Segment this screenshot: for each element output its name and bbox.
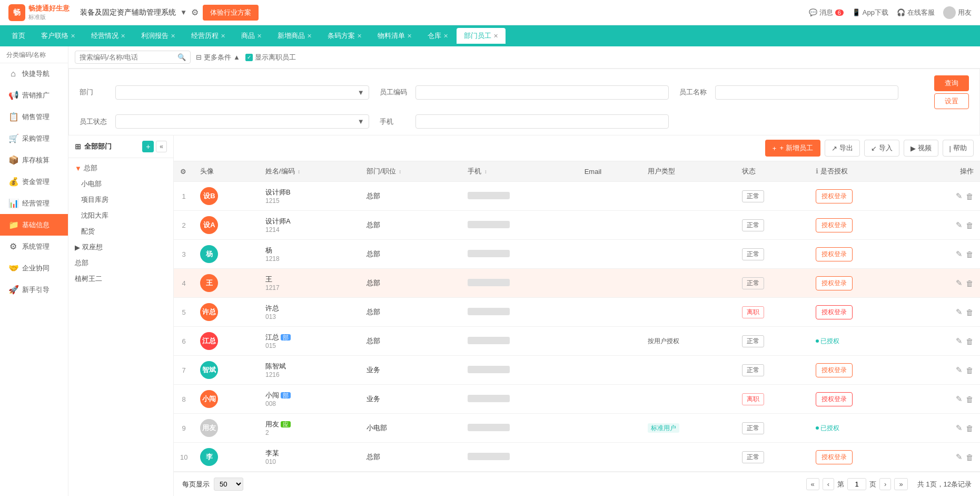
page-size-select[interactable]: 50 100 <box>214 478 243 491</box>
export-button[interactable]: ↗ 导出 <box>825 140 860 157</box>
settings-col-icon[interactable]: ⚙ <box>180 168 186 176</box>
search-submit-icon[interactable]: 🔍 <box>177 53 186 61</box>
close-tab-bom[interactable]: ✕ <box>407 33 412 40</box>
empname-filter-input[interactable] <box>715 85 898 100</box>
set-button[interactable]: 设置 <box>934 93 969 109</box>
close-tab-department[interactable]: ✕ <box>493 33 498 40</box>
edit-icon[interactable]: ✎ <box>956 191 963 201</box>
prev-page-button[interactable]: ‹ <box>823 478 834 490</box>
tab-barcode[interactable]: 条码方案 ✕ <box>320 28 369 44</box>
dept-collapse-button[interactable]: « <box>156 141 167 152</box>
close-tab-new-goods[interactable]: ✕ <box>307 33 312 40</box>
close-tab-warehouse[interactable]: ✕ <box>443 33 448 40</box>
auth-button[interactable]: 授权登录 <box>816 392 853 406</box>
dept-node-shenyang[interactable]: 沈阳大库 <box>68 208 173 223</box>
dept-node-project[interactable]: 项目库房 <box>68 192 173 208</box>
delete-icon[interactable]: 🗑 <box>966 279 974 288</box>
phone-filter-input[interactable] <box>415 114 669 129</box>
search-input[interactable] <box>80 53 174 61</box>
sidebar-item-guide[interactable]: 🚀 新手引导 <box>0 279 68 300</box>
edit-icon[interactable]: ✎ <box>956 423 963 433</box>
tab-goods[interactable]: 商品 ✕ <box>234 28 269 44</box>
sidebar-item-cooperation[interactable]: 🤝 企业协同 <box>0 257 68 279</box>
edit-icon[interactable]: ✎ <box>956 394 963 404</box>
dept-node-shuangzuo[interactable]: ▶ 双座想 <box>68 239 173 255</box>
online-service-button[interactable]: 🎧 在线客服 <box>897 8 935 17</box>
more-conditions-button[interactable]: ⊟ 更多条件 ▲ <box>196 53 240 62</box>
sidebar-item-finance[interactable]: 💰 资金管理 <box>0 171 68 192</box>
help-button[interactable]: | 帮助 <box>943 140 974 157</box>
close-tab-journey[interactable]: ✕ <box>221 33 225 40</box>
tab-new-goods[interactable]: 新增商品 ✕ <box>270 28 319 44</box>
auth-button[interactable]: 授权登录 <box>816 189 853 203</box>
close-tab-profit[interactable]: ✕ <box>171 33 175 40</box>
delete-icon[interactable]: 🗑 <box>966 453 974 462</box>
delete-icon[interactable]: 🗑 <box>966 221 974 230</box>
dept-node-zonbu-parent[interactable]: ▼ 总部 <box>68 160 173 176</box>
auth-button[interactable]: 授权登录 <box>816 450 853 464</box>
dept-add-button[interactable]: + <box>142 141 154 152</box>
auth-button[interactable]: 授权登录 <box>816 305 853 319</box>
delete-icon[interactable]: 🗑 <box>966 250 974 259</box>
sidebar-item-operation[interactable]: 📊 经营管理 <box>0 192 68 214</box>
show-resigned-toggle[interactable]: ✓ 显示离职员工 <box>245 53 296 62</box>
status-filter-select[interactable]: ▼ <box>115 114 369 129</box>
sidebar-item-inventory[interactable]: 📦 库存核算 <box>0 149 68 171</box>
search-button[interactable]: 查询 <box>934 75 969 91</box>
sort-dept-icon[interactable]: ↕ <box>399 169 401 174</box>
last-page-button[interactable]: » <box>894 478 907 490</box>
sidebar-item-purchase[interactable]: 🛒 采购管理 <box>0 128 68 149</box>
dept-node-zonbu[interactable]: 总部 <box>68 255 173 271</box>
tab-home[interactable]: 首页 <box>4 28 33 44</box>
tab-warehouse[interactable]: 仓库 ✕ <box>420 28 456 44</box>
sort-phone-icon[interactable]: ↕ <box>484 169 487 174</box>
delete-icon[interactable]: 🗑 <box>966 192 974 201</box>
page-number-input[interactable] <box>847 478 866 490</box>
first-page-button[interactable]: « <box>806 478 819 490</box>
sidebar-item-marketing[interactable]: 📢 营销推广 <box>0 84 68 106</box>
tab-department[interactable]: 部门员工 ✕ <box>457 28 506 44</box>
edit-icon[interactable]: ✎ <box>956 278 963 288</box>
close-tab-barcode[interactable]: ✕ <box>357 33 362 40</box>
auth-button[interactable]: 授权登录 <box>816 247 853 261</box>
close-tab-goods[interactable]: ✕ <box>257 33 262 40</box>
delete-icon[interactable]: 🗑 <box>966 424 974 433</box>
search-menu-input[interactable] <box>6 51 68 59</box>
experience-button[interactable]: 体验行业方案 <box>203 5 259 21</box>
empcode-filter-input[interactable] <box>415 85 669 100</box>
system-title-dropdown[interactable]: ▼ <box>180 8 187 16</box>
delete-icon[interactable]: 🗑 <box>966 366 974 375</box>
delete-icon[interactable]: 🗑 <box>966 337 974 346</box>
auth-button[interactable]: 授权登录 <box>816 218 853 232</box>
close-tab-operation[interactable]: ✕ <box>121 33 125 40</box>
view-button[interactable]: ▶ 视频 <box>904 140 938 157</box>
dept-node-peihuo[interactable]: 配货 <box>68 223 173 239</box>
delete-icon[interactable]: 🗑 <box>966 308 974 317</box>
edit-icon[interactable]: ✎ <box>956 336 963 346</box>
edit-icon[interactable]: ✎ <box>956 452 963 462</box>
edit-icon[interactable]: ✎ <box>956 220 963 230</box>
delete-icon[interactable]: 🗑 <box>966 395 974 404</box>
auth-button[interactable]: 授权登录 <box>816 363 853 377</box>
user-avatar[interactable]: 用友 <box>943 6 972 19</box>
dept-node-xiaodian[interactable]: 小电部 <box>68 176 173 192</box>
sort-name-icon[interactable]: ↕ <box>298 169 300 174</box>
sidebar-item-sales[interactable]: 📋 销售管理 <box>0 106 68 128</box>
tab-profit[interactable]: 利润报告 ✕ <box>134 28 183 44</box>
tab-operation[interactable]: 经营情况 ✕ <box>84 28 133 44</box>
sidebar-item-basic-info[interactable]: 📁 基础信息 <box>0 214 68 236</box>
tab-bom[interactable]: 物料清单 ✕ <box>370 28 419 44</box>
dept-filter-select[interactable]: ▼ <box>115 85 369 100</box>
settings-icon[interactable]: ⚙ <box>191 7 199 17</box>
import-button[interactable]: ↙ 导入 <box>864 140 899 157</box>
edit-icon[interactable]: ✎ <box>956 307 963 317</box>
app-download-button[interactable]: 📱 App下载 <box>852 8 888 17</box>
auth-button[interactable]: 授权登录 <box>816 276 853 290</box>
close-tab-customer[interactable]: ✕ <box>71 33 75 40</box>
messages-button[interactable]: 💬 消息 6 <box>809 8 844 17</box>
add-employee-button[interactable]: + + 新增员工 <box>765 140 820 157</box>
edit-icon[interactable]: ✎ <box>956 249 963 259</box>
tab-journey[interactable]: 经营历程 ✕ <box>184 28 233 44</box>
next-page-button[interactable]: › <box>879 478 891 490</box>
dept-node-zhishu[interactable]: 植树王二 <box>68 271 173 287</box>
